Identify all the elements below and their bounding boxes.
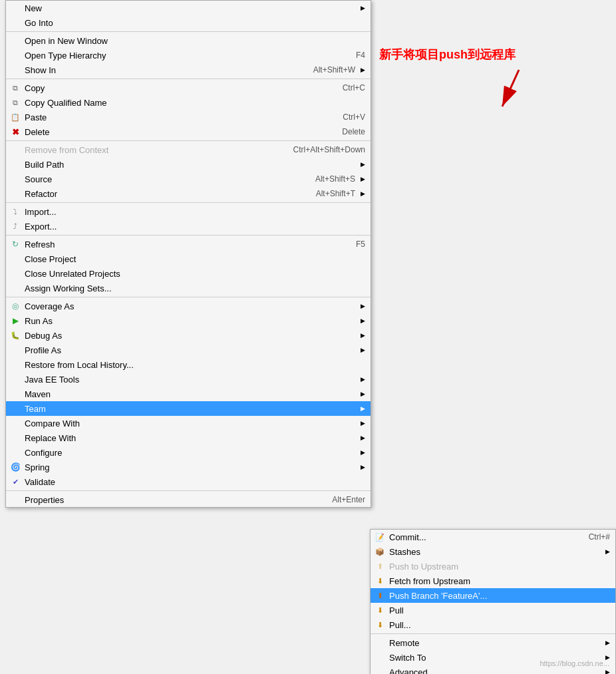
menu-item-label-stashes: Stashes <box>389 547 600 557</box>
menu-separator <box>371 633 615 634</box>
menu-item-label-fetch-upstream: Fetch from Upstream <box>389 576 610 586</box>
menu-item-copy[interactable]: ⧉CopyCtrl+C <box>6 81 371 95</box>
menu-item-run-as[interactable]: ▶Run As▶ <box>6 313 371 328</box>
menu-item-shortcut-remove-context: Ctrl+Alt+Shift+Down <box>280 145 365 154</box>
svg-line-1 <box>502 70 519 106</box>
submenu-arrow-compare-with: ▶ <box>355 420 365 426</box>
menu-item-label-compare-with: Compare With <box>25 419 355 428</box>
menu-item-fetch-upstream[interactable]: ⬇Fetch from Upstream <box>371 574 615 588</box>
spring-icon: 🌀 <box>10 462 21 472</box>
submenu-arrow-remote: ▶ <box>600 639 610 646</box>
menu-item-go-into[interactable]: Go Into <box>6 15 371 30</box>
menu-item-restore-history[interactable]: Restore from Local History... <box>6 357 371 372</box>
menu-item-assign-working-sets[interactable]: Assign Working Sets... <box>6 281 371 295</box>
copy-icon: ⧉ <box>10 83 21 93</box>
menu-item-copy-qualified[interactable]: ⧉Copy Qualified Name <box>6 95 371 110</box>
validate-icon: ✔ <box>10 476 21 487</box>
menu-item-coverage-as[interactable]: ◎Coverage As▶ <box>6 299 371 313</box>
menu-item-label-import: Import... <box>25 207 365 217</box>
menu-item-pull[interactable]: ⬇Pull <box>371 603 615 617</box>
menu-item-compare-with[interactable]: Compare With▶ <box>6 416 371 430</box>
menu-item-remove-context[interactable]: Remove from ContextCtrl+Alt+Shift+Down <box>6 142 371 157</box>
menu-item-properties[interactable]: PropertiesAlt+Enter <box>6 492 371 507</box>
menu-item-commit[interactable]: 📝Commit...Ctrl+# <box>371 530 615 544</box>
menu-item-label-open-new-window: Open in New Window <box>25 36 365 46</box>
main-context-menu: New▶Go IntoOpen in New WindowOpen Type H… <box>5 0 371 508</box>
menu-item-open-type-hierarchy[interactable]: Open Type HierarchyF4 <box>6 48 371 63</box>
menu-item-label-export: Export... <box>25 222 365 232</box>
menu-item-shortcut-properties: Alt+Enter <box>319 495 365 504</box>
menu-item-label-copy-qualified: Copy Qualified Name <box>25 98 365 108</box>
submenu-arrow-new: ▶ <box>355 5 365 11</box>
menu-item-label-build-path: Build Path <box>25 160 355 170</box>
menu-item-label-go-into: Go Into <box>25 18 365 28</box>
menu-item-shortcut-paste: Ctrl+V <box>329 112 365 122</box>
menu-item-label-run-as: Run As <box>25 316 355 326</box>
menu-item-replace-with[interactable]: Replace With▶ <box>6 430 371 445</box>
menu-item-remote[interactable]: Remote▶ <box>371 635 615 650</box>
submenu-arrow-maven: ▶ <box>355 391 365 397</box>
menu-item-label-new: New <box>25 3 355 13</box>
menu-item-label-configure: Configure <box>25 448 355 458</box>
menu-item-delete[interactable]: ✖DeleteDelete <box>6 124 371 139</box>
menu-separator <box>6 490 371 491</box>
debug-icon: 🐛 <box>10 330 21 341</box>
submenu-arrow-refactor: ▶ <box>355 190 365 197</box>
menu-item-new[interactable]: New▶ <box>6 1 371 15</box>
menu-separator <box>6 79 371 79</box>
menu-item-refresh[interactable]: ↻RefreshF5 <box>6 237 371 252</box>
menu-item-label-push-branch: Push Branch 'FeatureA'... <box>389 591 610 601</box>
menu-item-show-in[interactable]: Show InAlt+Shift+W▶ <box>6 63 371 77</box>
menu-item-paste[interactable]: 📋PasteCtrl+V <box>6 110 371 124</box>
menu-item-validate[interactable]: ✔Validate <box>6 474 371 489</box>
submenu-arrow-source: ▶ <box>355 176 365 182</box>
menu-item-profile-as[interactable]: Profile As▶ <box>6 343 371 357</box>
menu-item-close-project[interactable]: Close Project <box>6 252 371 266</box>
submenu-arrow-debug-as: ▶ <box>355 332 365 339</box>
menu-item-stashes[interactable]: 📦Stashes▶ <box>371 544 615 559</box>
menu-item-shortcut-refresh: F5 <box>343 240 365 249</box>
menu-item-shortcut-copy: Ctrl+C <box>329 83 365 92</box>
submenu-arrow-coverage-as: ▶ <box>355 303 365 309</box>
menu-item-label-coverage-as: Coverage As <box>25 301 355 311</box>
menu-item-close-unrelated[interactable]: Close Unrelated Projects <box>6 266 371 281</box>
watermark: https://blog.csdn.ne... <box>539 659 609 667</box>
menu-item-source[interactable]: SourceAlt+Shift+S▶ <box>6 172 371 186</box>
menu-item-pull-dots[interactable]: ⬇Pull... <box>371 617 615 632</box>
menu-item-shortcut-refactor: Alt+Shift+T <box>303 189 355 198</box>
submenu-arrow-advanced: ▶ <box>600 669 610 674</box>
menu-item-push-upstream[interactable]: ⬆Push to Upstream <box>371 559 615 574</box>
menu-item-refactor[interactable]: RefactorAlt+Shift+T▶ <box>6 186 371 201</box>
menu-item-label-advanced: Advanced <box>389 667 600 675</box>
submenu-arrow-spring: ▶ <box>355 464 365 470</box>
run-icon: ▶ <box>10 315 21 326</box>
stash-icon: 📦 <box>375 546 385 557</box>
menu-separator <box>6 235 371 236</box>
menu-item-spring[interactable]: 🌀Spring▶ <box>6 460 371 474</box>
menu-item-label-pull: Pull <box>389 605 610 615</box>
submenu-arrow-java-ee-tools: ▶ <box>355 376 365 383</box>
menu-item-label-restore-history: Restore from Local History... <box>25 360 365 370</box>
menu-item-label-refresh: Refresh <box>25 240 343 250</box>
menu-item-maven[interactable]: Maven▶ <box>6 387 371 401</box>
menu-item-import[interactable]: ⤵Import... <box>6 204 371 219</box>
menu-item-build-path[interactable]: Build Path▶ <box>6 157 371 172</box>
team-submenu: 📝Commit...Ctrl+#📦Stashes▶⬆Push to Upstre… <box>370 529 616 674</box>
menu-item-team[interactable]: Team▶ <box>6 401 371 416</box>
menu-item-label-commit: Commit... <box>389 532 575 542</box>
menu-item-label-close-unrelated: Close Unrelated Projects <box>25 269 365 279</box>
menu-item-label-spring: Spring <box>25 462 355 472</box>
menu-item-shortcut-open-type-hierarchy: F4 <box>343 51 365 60</box>
menu-item-open-new-window[interactable]: Open in New Window <box>6 33 371 48</box>
submenu-arrow-replace-with: ▶ <box>355 434 365 441</box>
menu-item-label-properties: Properties <box>25 495 319 505</box>
menu-item-debug-as[interactable]: 🐛Debug As▶ <box>6 328 371 343</box>
submenu-arrow-configure: ▶ <box>355 449 365 456</box>
menu-item-label-refactor: Refactor <box>25 189 303 199</box>
menu-item-java-ee-tools[interactable]: Java EE Tools▶ <box>6 372 371 387</box>
import-icon: ⤵ <box>10 206 21 217</box>
menu-item-push-branch[interactable]: ⬆Push Branch 'FeatureA'... <box>371 588 615 603</box>
menu-item-label-copy: Copy <box>25 83 329 93</box>
menu-item-configure[interactable]: Configure▶ <box>6 445 371 460</box>
menu-item-export[interactable]: ⤴Export... <box>6 219 371 234</box>
